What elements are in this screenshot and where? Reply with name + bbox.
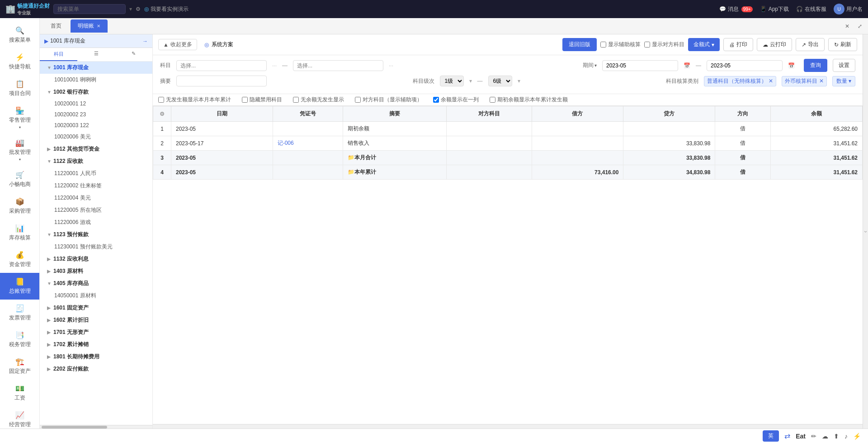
- tree-node-1122[interactable]: ▼ 1122 应收款: [40, 155, 152, 167]
- tree-tab-subject[interactable]: 科目: [40, 48, 77, 61]
- sidebar-item-salary[interactable]: 💵 工资: [0, 380, 39, 406]
- settings-icon[interactable]: ⚙: [136, 6, 141, 12]
- period-dropdown-icon[interactable]: ▾: [594, 63, 597, 68]
- check-no-balance-input[interactable]: [293, 97, 299, 103]
- tree-node-10020002[interactable]: 10020002 23: [40, 109, 152, 120]
- tag-foreign-remove[interactable]: ✕: [819, 78, 824, 84]
- check-hide-disabled[interactable]: 隐藏禁用科目: [242, 96, 282, 104]
- check-show-contra[interactable]: 对方科目（显示辅助项）: [355, 96, 422, 104]
- tree-node-1602[interactable]: ▶ 1602 累计折旧: [40, 314, 152, 326]
- summary-input[interactable]: [176, 76, 267, 86]
- date-start-icon[interactable]: 📅: [684, 62, 690, 69]
- refresh-btn[interactable]: ↻ 刷新: [828, 38, 857, 51]
- subject-end-input[interactable]: [293, 60, 383, 71]
- tree-node-10020006[interactable]: 10020006 美元: [40, 131, 152, 143]
- date-end-icon[interactable]: 📅: [788, 62, 795, 69]
- quantity-filter-btn[interactable]: 数量 ▾: [832, 76, 855, 86]
- tree-node-11230001[interactable]: 11230001 预付账款美元: [40, 241, 152, 253]
- dropdown-icon[interactable]: ▾: [129, 6, 132, 12]
- cloud-print-btn[interactable]: ☁ 云打印: [757, 38, 792, 51]
- app-download-btn[interactable]: 📱 App下载: [760, 5, 789, 13]
- sidebar-item-operations[interactable]: 📈 经营管理: [0, 406, 39, 429]
- tree-node-10020003[interactable]: 10020003 122: [40, 120, 152, 131]
- period-end-input[interactable]: [707, 60, 783, 71]
- tree-node-14050001[interactable]: 14050001 原材料: [40, 290, 152, 302]
- lang-btn[interactable]: 英: [763, 430, 779, 442]
- sidebar-item-invoice[interactable]: 🧾 发票管理: [0, 300, 39, 326]
- tree-node-11220004[interactable]: 11220004 美元: [40, 192, 152, 204]
- check-no-occurrence[interactable]: 无发生额显示本月本年累计: [158, 96, 231, 104]
- tree-tab-edit[interactable]: ✎: [115, 48, 152, 61]
- tree-node-2202[interactable]: ▶ 2202 应付账款: [40, 363, 152, 375]
- tree-node-11220002[interactable]: 11220002 往来标签: [40, 180, 152, 192]
- tree-node-11220001[interactable]: 11220001 人民币: [40, 167, 152, 180]
- tree-selected-item[interactable]: ▶ 1001 库存现金 →: [40, 34, 152, 48]
- subject-start-input[interactable]: [176, 60, 267, 71]
- edit-icon[interactable]: ✏: [811, 433, 816, 440]
- tab-home[interactable]: 首页: [43, 19, 69, 33]
- check-show-contra-input[interactable]: [355, 97, 361, 103]
- tab-detail[interactable]: 明细账 ✕: [71, 19, 108, 33]
- tree-node-1123[interactable]: ▼ 1123 预付账款: [40, 229, 152, 241]
- sidebar-item-inventory[interactable]: 📊 库存核算: [0, 219, 39, 246]
- tree-node-1702[interactable]: ▶ 1702 累计摊销: [40, 338, 152, 351]
- tree-node-1801[interactable]: ▶ 1801 长期待摊费用: [40, 351, 152, 363]
- level-start-select[interactable]: 1级2级3级: [440, 76, 464, 86]
- period-start-input[interactable]: [602, 60, 678, 71]
- show-contra-checkbox[interactable]: 显示对方科目: [644, 41, 684, 48]
- sidebar-item-ledger[interactable]: 📒 总账管理: [0, 273, 39, 300]
- sidebar-item-fixed-assets[interactable]: 🏗️ 固定资产: [0, 353, 39, 380]
- user-avatar[interactable]: U 用户名: [834, 4, 863, 14]
- tree-node-1701[interactable]: ▶ 1701 无形资产: [40, 326, 152, 338]
- tree-tab-list[interactable]: ☰: [77, 48, 115, 61]
- settings-btn[interactable]: 设置: [833, 59, 855, 72]
- tree-node-1403[interactable]: ▶ 1403 原材料: [40, 265, 152, 277]
- export-btn[interactable]: ↗ 导出: [796, 38, 825, 51]
- extra-icon[interactable]: ⚡: [853, 433, 861, 440]
- check-no-balance[interactable]: 无余额无发生显示: [293, 96, 344, 104]
- upload-icon[interactable]: ⬆: [834, 433, 839, 440]
- tree-node-11220005[interactable]: 11220005 所在地区: [40, 204, 152, 216]
- level-end-select[interactable]: 6级5级4级: [488, 76, 512, 86]
- tree-node-10020001[interactable]: 10020001 12: [40, 98, 152, 109]
- tree-navigate-icon[interactable]: →: [142, 38, 148, 44]
- message-btn[interactable]: 💬 消息 99+: [719, 5, 753, 13]
- show-aux-input[interactable]: [600, 42, 606, 48]
- print-btn[interactable]: 🖨 打印: [723, 38, 753, 51]
- sidebar-item-ecommerce[interactable]: 🛒 小畅电商: [0, 166, 39, 193]
- tree-node-1405[interactable]: ▼ 1405 库存商品: [40, 277, 152, 290]
- sidebar-item-wholesale[interactable]: 🏭 批发管理 ▾: [0, 134, 39, 166]
- check-balance-one-col-input[interactable]: [433, 97, 439, 103]
- tabbar-expand-icon[interactable]: ⤢: [855, 22, 864, 31]
- demo-link[interactable]: ◎ 我要看实例演示: [144, 5, 189, 13]
- tree-node-1001[interactable]: ▼ 1001 库存现金: [40, 62, 152, 74]
- music-icon[interactable]: ♪: [844, 433, 848, 440]
- sidebar-item-purchase[interactable]: 📦 采购管理: [0, 193, 39, 219]
- tab-close-icon[interactable]: ✕: [97, 24, 100, 29]
- sidebar-item-quick-nav[interactable]: ⚡ 快捷导航: [0, 48, 39, 75]
- sidebar-item-tax[interactable]: 📑 税务管理: [0, 326, 39, 353]
- back-to-old-btn[interactable]: 退回旧版: [562, 38, 597, 51]
- expand-more-btn[interactable]: ▲ 收起更多: [158, 39, 197, 50]
- check-no-occurrence-input[interactable]: [158, 97, 164, 103]
- tag-normal-remove[interactable]: ✕: [769, 78, 773, 84]
- tag-normal[interactable]: 普通科目（无特殊核算） ✕: [704, 76, 776, 86]
- sidebar-item-project[interactable]: 📋 项目合同: [0, 75, 39, 102]
- tabbar-close-icon[interactable]: ✕: [843, 22, 852, 31]
- check-balance-one-col[interactable]: 余额显示在一列: [433, 96, 479, 104]
- search-input[interactable]: [53, 4, 126, 14]
- tree-node-11220006[interactable]: 11220006 游戏: [40, 216, 152, 229]
- voucher-link-2[interactable]: 记-006: [278, 140, 294, 146]
- check-period-begin-input[interactable]: [490, 97, 495, 103]
- cloud-save-icon[interactable]: ☁: [822, 433, 828, 440]
- right-collapse-panel[interactable]: ›: [863, 34, 868, 429]
- show-aux-checkbox[interactable]: 显示辅助核算: [600, 41, 641, 48]
- tree-node-1132[interactable]: ▶ 1132 应收利息: [40, 253, 152, 265]
- sidebar-item-capital[interactable]: 💰 资金管理: [0, 246, 39, 273]
- show-contra-input[interactable]: [644, 42, 650, 48]
- table-scroll-bar[interactable]: [153, 424, 863, 429]
- tree-node-1012[interactable]: ▶ 1012 其他货币资金: [40, 143, 152, 155]
- query-btn[interactable]: 查询: [804, 59, 827, 72]
- sidebar-item-retail[interactable]: 🏪 零售管理 ▾: [0, 102, 39, 134]
- translate-icon[interactable]: ⇄: [784, 432, 790, 440]
